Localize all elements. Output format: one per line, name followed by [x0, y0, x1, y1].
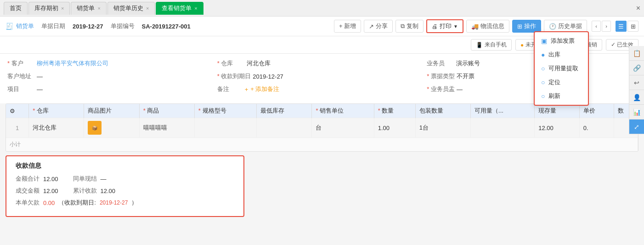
close-tab-view-sales-order[interactable]: ×: [194, 6, 197, 11]
sidebar-expand-icon[interactable]: ⤢: [629, 120, 644, 134]
history-button[interactable]: 🕐 历史单据: [544, 20, 587, 33]
balance-date: 2019-12-27: [100, 199, 128, 206]
copy-icon: ⧉: [401, 23, 405, 30]
add-note-button[interactable]: + + 添加备注: [245, 85, 280, 93]
sidebar-return-icon[interactable]: ↩: [629, 75, 644, 90]
sidebar-user-icon[interactable]: 👤: [629, 90, 644, 105]
dropdown-add-invoice[interactable]: ▣ 添加发票: [535, 34, 588, 48]
row-unit: 台: [312, 118, 374, 138]
history-icon: 🕐: [549, 23, 556, 30]
col-gear: ⚙: [6, 104, 29, 118]
tab-view-sales-order[interactable]: 查看销货单 ×: [156, 2, 203, 15]
operation-icon: ⊞: [517, 23, 522, 30]
address-value: —: [37, 73, 43, 80]
cumulative-value: 12.00: [101, 188, 116, 194]
share-button[interactable]: ↗ 分享: [364, 20, 393, 33]
grid-view-button[interactable]: ⊞: [627, 21, 638, 32]
tab-home[interactable]: 首页: [4, 2, 28, 15]
operation-button[interactable]: ⊞ 操作: [512, 20, 541, 33]
customer-label: 客户: [7, 59, 35, 68]
logistics-button[interactable]: 🚚 物流信息: [466, 20, 509, 33]
close-tab-inventory-init[interactable]: ×: [61, 6, 64, 11]
col-unit-price: 单价: [579, 104, 614, 118]
close-tab-sales-history[interactable]: ×: [146, 6, 149, 11]
total-amount-value: 12.00: [43, 176, 58, 182]
window-close-button[interactable]: ×: [636, 4, 640, 12]
dropdown-add-invoice-label: 添加发票: [551, 37, 575, 45]
dropdown-outbound-label: 出库: [548, 51, 560, 59]
order-table: ⚙ 仓库 商品图片 商品 规格型号 最低库存 销售单位 数量 包装数量 可用量（…: [6, 104, 638, 151]
project-field: 项目 —: [7, 85, 217, 93]
number-label: 单据编号: [111, 22, 135, 30]
customer-field: 客户 柳州粤港平安气体有限公司: [7, 59, 217, 68]
warehouse-value: 河北仓库: [247, 59, 271, 68]
add-invoice-icon: ▣: [541, 37, 547, 45]
add-icon: +: [245, 86, 249, 93]
from-mobile-button[interactable]: 📱 来自手机: [471, 39, 512, 51]
address-field: 客户地址 —: [7, 72, 217, 80]
row-available: [471, 118, 535, 138]
print-button[interactable]: 🖨 打印 ▼: [426, 19, 463, 33]
toolbar-right: + 新增 ↗ 分享 ⧉ 复制 🖨 打印 ▼ 🚚 物流信息 ⊞ 操作: [334, 19, 638, 33]
sidebar-chart-icon[interactable]: 📊: [629, 105, 644, 120]
payment-info-title: 收款信息: [16, 162, 234, 170]
col-pack-qty: 包装数量: [415, 104, 470, 118]
transaction-value: 12.00: [43, 188, 58, 194]
customer-value[interactable]: 柳州粤港平安气体有限公司: [37, 59, 108, 68]
address-label: 客户地址: [7, 72, 35, 80]
copy-button[interactable]: ⧉ 复制: [395, 20, 424, 33]
salesperson-field: 业务员 演示账号: [427, 59, 637, 68]
tab-bar: 首页 库存期初 × 销货单 × 销货单历史 × 查看销货单 × ×: [0, 0, 644, 17]
balance-end: ）: [131, 199, 137, 207]
print-dropdown-icon: ▼: [453, 24, 458, 29]
row-warehouse: 河北仓库: [29, 118, 84, 138]
payment-row-2: 成交金额 12.00 累计收款 12.00: [16, 187, 234, 195]
tab-sales-history[interactable]: 销货单历史 ×: [107, 2, 155, 15]
col-spec: 规格型号: [194, 104, 256, 118]
settlement-item: 同单现结 —: [73, 175, 107, 183]
row-index: 1: [6, 118, 29, 138]
payment-row-1: 金额合计 12.00 同单现结 —: [16, 175, 234, 183]
remark-label: 备注: [217, 85, 245, 93]
dropdown-refresh[interactable]: ○ 刷新: [535, 89, 588, 103]
refresh-icon: ○: [541, 92, 545, 100]
dropdown-locate[interactable]: ○ 定位: [535, 75, 588, 89]
project-label: 项目: [7, 85, 35, 93]
list-view-button[interactable]: ☰: [616, 21, 627, 32]
close-tab-sales-order[interactable]: ×: [97, 6, 100, 11]
available-qty-icon: ○: [541, 65, 545, 72]
mobile-icon: 📱: [476, 42, 483, 48]
settlement-label: 同单现结: [73, 175, 97, 183]
bottom-section: 收款信息 金额合计 12.00 同单现结 — 成交金额 12.00 累计收款: [6, 155, 638, 217]
col-current-qty: 现存量: [535, 104, 580, 118]
salesperson2-field: 业务员盂 —: [427, 85, 637, 93]
ticket-type-field: 票据类型 不开票: [427, 72, 637, 80]
sidebar-clipboard-icon[interactable]: 📋: [629, 46, 644, 61]
col-available: 可用量（...: [471, 104, 535, 118]
tab-inventory-init[interactable]: 库存期初 ×: [28, 2, 70, 15]
salesperson-value: 演示账号: [456, 59, 480, 68]
dropdown-available-qty[interactable]: ○ 可用量提取: [535, 62, 588, 75]
new-button[interactable]: + 新增: [334, 20, 361, 33]
dropdown-refresh-label: 刷新: [548, 92, 560, 100]
dropdown-available-qty-label: 可用量提取: [548, 64, 578, 73]
next-record-button[interactable]: ›: [602, 21, 611, 32]
outbound-icon: ●: [541, 51, 545, 58]
right-sidebar: 📋 🔗 ↩ 👤 📊 ⤢: [629, 46, 644, 134]
ticket-type-label: 票据类型: [427, 72, 455, 80]
prev-record-button[interactable]: ‹: [592, 21, 601, 32]
tab-sales-order[interactable]: 销货单 ×: [71, 2, 106, 15]
sidebar-link-icon[interactable]: 🔗: [629, 61, 644, 75]
row-quantity: 1.00: [374, 118, 415, 138]
balance-label: 本单欠款: [16, 199, 40, 207]
col-min-stock: 最低库存: [257, 104, 312, 118]
dropdown-outbound[interactable]: ● 出库: [535, 48, 588, 62]
salesperson2-value: —: [457, 86, 463, 93]
row-spec: [194, 118, 256, 138]
payment-row-3: 本单欠款 0.00 （收款到期日: 2019-12-27 ）: [16, 199, 234, 207]
document-info: 单据日期 2019-12-27 单据编号 SA-20191227-001: [41, 22, 191, 30]
warehouse-label: 仓库: [217, 59, 245, 68]
order-table-container: ⚙ 仓库 商品图片 商品 规格型号 最低库存 销售单位 数量 包装数量 可用量（…: [6, 103, 638, 152]
table-header-row: ⚙ 仓库 商品图片 商品 规格型号 最低库存 销售单位 数量 包装数量 可用量（…: [6, 104, 638, 118]
balance-value: 0.00: [43, 199, 55, 206]
